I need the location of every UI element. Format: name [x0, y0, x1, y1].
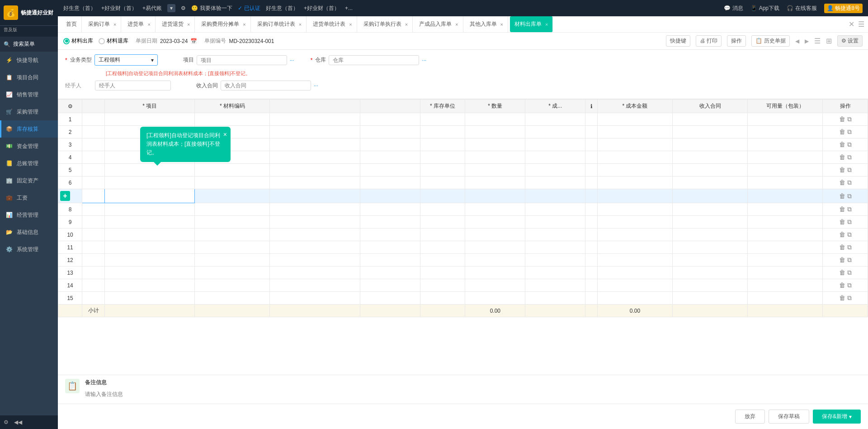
copy-row-btn[interactable]: ⧉ — [847, 231, 852, 238]
doc-date-calendar-icon[interactable]: 📅 — [190, 38, 197, 44]
cell[interactable] — [270, 216, 360, 229]
cell[interactable] — [360, 164, 420, 176]
cell[interactable] — [104, 176, 194, 189]
cell[interactable] — [672, 138, 747, 151]
cell[interactable] — [748, 254, 823, 267]
cell[interactable] — [465, 229, 525, 241]
tab-other-receipt[interactable]: 其他入库单 × — [465, 16, 508, 32]
nav-haoyecai[interactable]: +好业财（首） — [101, 5, 137, 12]
cell[interactable] — [672, 164, 747, 176]
project-input[interactable] — [197, 55, 287, 65]
cell[interactable] — [672, 267, 747, 279]
sidebar-item-inventory[interactable]: 📦 库存核算 — [0, 120, 58, 138]
cell[interactable] — [748, 216, 823, 229]
project-more-icon[interactable]: ··· — [290, 57, 294, 63]
col-header-material-name[interactable] — [270, 100, 360, 113]
delete-row-btn[interactable]: 🗑 — [839, 205, 845, 213]
col-header-spec[interactable] — [360, 100, 420, 113]
delete-row-btn[interactable]: 🗑 — [839, 243, 845, 251]
cell[interactable] — [748, 138, 823, 151]
cell[interactable] — [420, 267, 465, 279]
cell[interactable] — [104, 229, 194, 241]
tab-goods-stats[interactable]: 进货单统计表 × — [308, 16, 357, 32]
cell[interactable] — [104, 164, 194, 176]
cell[interactable] — [270, 203, 360, 216]
cell[interactable] — [270, 254, 360, 267]
tab-other-receipt-close[interactable]: × — [500, 22, 503, 27]
nav-settings-gear[interactable]: ⚙ — [181, 5, 186, 11]
save-new-dropdown-icon[interactable]: ▾ — [849, 414, 852, 420]
delete-row-btn[interactable]: 🗑 — [839, 269, 845, 276]
cell[interactable] — [195, 267, 270, 279]
cell[interactable] — [82, 216, 105, 229]
tab-purchase-exec[interactable]: 采购订单执行表 × — [359, 16, 413, 32]
sidebar-item-fixed-assets[interactable]: 🏢 固定资产 — [0, 172, 58, 189]
cell[interactable] — [748, 113, 823, 126]
copy-row-btn[interactable]: ⧉ — [847, 179, 852, 186]
cell[interactable] — [525, 151, 585, 164]
cell[interactable] — [82, 279, 105, 292]
copy-row-btn[interactable]: ⧉ — [847, 281, 852, 289]
cell[interactable] — [525, 241, 585, 254]
cell[interactable] — [525, 292, 585, 305]
settings-btn[interactable]: ⚙ 设置 — [837, 35, 863, 47]
cell[interactable] — [104, 216, 194, 229]
nav-experience[interactable]: 🙂 我要体验一下 — [191, 5, 232, 12]
cell[interactable] — [360, 216, 420, 229]
tab-material-issue[interactable]: 材料出库单 × — [510, 16, 553, 32]
tab-goods-return[interactable]: 进货退货 × — [157, 16, 195, 32]
cell[interactable] — [270, 241, 360, 254]
cell[interactable] — [270, 292, 360, 305]
cell[interactable] — [195, 189, 270, 203]
col-header-available-qty[interactable]: 可用量（包装） — [748, 100, 823, 113]
cell[interactable] — [465, 279, 525, 292]
cell[interactable] — [360, 126, 420, 138]
tab-material-issue-close[interactable]: × — [545, 22, 548, 27]
cell[interactable] — [748, 189, 823, 203]
delete-row-btn[interactable]: 🗑 — [839, 294, 845, 302]
col-header-qty[interactable]: * 数量 — [465, 100, 525, 113]
cell[interactable] — [420, 254, 465, 267]
delete-row-btn[interactable]: 🗑 — [839, 231, 845, 238]
cell[interactable] — [82, 229, 105, 241]
copy-row-btn[interactable]: ⧉ — [847, 294, 852, 302]
cell[interactable] — [465, 176, 525, 189]
cell[interactable] — [420, 138, 465, 151]
cell[interactable] — [672, 151, 747, 164]
cell[interactable] — [597, 176, 672, 189]
cell[interactable] — [420, 203, 465, 216]
view-grid-btn[interactable]: ⊞ — [826, 37, 832, 45]
cell[interactable] — [270, 151, 360, 164]
nav-haoyecai2[interactable]: +好业财（首） — [304, 5, 340, 12]
cell[interactable] — [525, 203, 585, 216]
nav-arrow-prev[interactable]: ◀ — [795, 38, 799, 44]
tab-more-btn[interactable]: ☰ — [858, 20, 864, 29]
nav-message[interactable]: 💬消息 — [724, 5, 743, 12]
cell[interactable] — [748, 164, 823, 176]
cell[interactable] — [525, 164, 585, 176]
sidebar-item-ledger[interactable]: 📒 总账管理 — [0, 155, 58, 172]
tab-finished-goods-close[interactable]: × — [455, 22, 458, 27]
cell[interactable] — [748, 267, 823, 279]
copy-row-btn[interactable]: ⧉ — [847, 256, 852, 264]
warehouse-more-icon[interactable]: ··· — [422, 57, 426, 63]
cell[interactable] — [360, 254, 420, 267]
cell[interactable] — [748, 229, 823, 241]
delete-row-btn[interactable]: 🗑 — [839, 141, 845, 148]
cell[interactable] — [525, 229, 585, 241]
tab-purchase-order[interactable]: 采购订单 × — [84, 16, 121, 32]
cell[interactable] — [748, 292, 823, 305]
cell[interactable] — [597, 279, 672, 292]
cell-input-1[interactable] — [82, 189, 105, 203]
delete-row-btn[interactable]: 🗑 — [839, 153, 845, 161]
copy-row-btn[interactable]: ⧉ — [847, 153, 852, 161]
sidebar-collapse-btn[interactable]: ◀◀ — [14, 419, 22, 425]
copy-row-btn[interactable]: ⧉ — [847, 205, 852, 213]
view-list-btn[interactable]: ☰ — [814, 37, 821, 45]
cell[interactable] — [360, 138, 420, 151]
delete-row-btn[interactable]: 🗑 — [839, 115, 845, 123]
sidebar-item-sales[interactable]: 📈 销售管理 — [0, 86, 58, 103]
radio-material-issue[interactable]: 材料出库 — [63, 37, 93, 45]
cell[interactable] — [465, 151, 525, 164]
cell[interactable] — [82, 126, 105, 138]
